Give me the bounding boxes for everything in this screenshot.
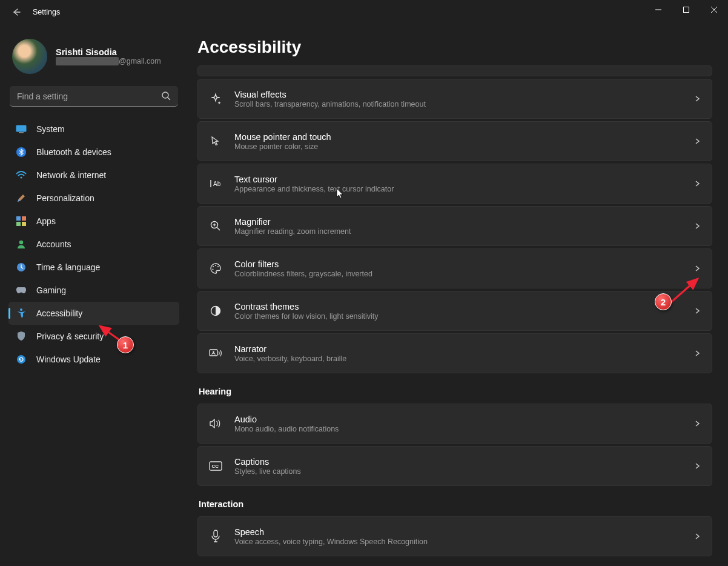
card-speech[interactable]: SpeechVoice access, voice typing, Window…	[197, 516, 712, 556]
nav-label: Accessibility	[36, 308, 82, 318]
sidebar: Srishti Sisodia xxxxxxxxxxxxxxxx@gmail.c…	[0, 24, 188, 566]
svg-point-9	[20, 176, 22, 178]
shield-icon	[16, 331, 27, 342]
svg-point-4	[162, 92, 168, 98]
nav-network[interactable]: Network & internet	[8, 164, 179, 187]
nav-label: Time & language	[36, 262, 100, 272]
chevron-right-icon	[693, 462, 701, 470]
clock-icon	[16, 262, 27, 273]
card-desc: Mouse pointer color, size	[234, 142, 693, 151]
card-captions[interactable]: CC CaptionsStyles, live captions	[197, 446, 712, 486]
svg-rect-11	[22, 216, 26, 221]
nav-accounts[interactable]: Accounts	[8, 233, 179, 256]
svg-rect-7	[19, 132, 24, 133]
card-audio[interactable]: AudioMono audio, audio notifications	[197, 404, 712, 444]
card-magnifier[interactable]: MagnifierMagnifier reading, zoom increme…	[197, 206, 712, 246]
minimize-button[interactable]	[644, 0, 672, 19]
nav-list: System Bluetooth & devices Network & int…	[8, 118, 179, 371]
display-icon	[16, 124, 27, 135]
maximize-button[interactable]	[672, 0, 700, 19]
card-narrator[interactable]: NarratorVoice, verbosity, keyboard, brai…	[197, 333, 712, 373]
card-truncated-top[interactable]	[197, 65, 712, 76]
card-title: Audio	[234, 415, 693, 424]
gamepad-icon	[16, 285, 27, 296]
svg-text:CC: CC	[212, 464, 219, 469]
card-title: Narrator	[234, 344, 693, 354]
card-desc: Scroll bars, transparency, animations, n…	[234, 100, 693, 108]
card-title: Color filters	[234, 259, 693, 269]
user-profile[interactable]: Srishti Sisodia xxxxxxxxxxxxxxxx@gmail.c…	[8, 35, 179, 86]
card-title: Speech	[234, 527, 693, 537]
nav-system[interactable]: System	[8, 118, 179, 141]
svg-point-27	[213, 269, 214, 270]
chevron-right-icon	[693, 180, 701, 187]
close-button[interactable]	[700, 0, 728, 19]
accessibility-icon	[16, 308, 27, 319]
card-title: Magnifier	[234, 217, 693, 227]
cursor-icon	[209, 135, 222, 148]
wifi-icon	[16, 170, 27, 181]
svg-point-24	[213, 266, 214, 267]
chevron-right-icon	[693, 222, 701, 230]
svg-rect-1	[684, 7, 689, 13]
annotation-badge-1: 1	[117, 336, 134, 353]
chevron-right-icon	[693, 138, 701, 145]
sparkle-icon	[209, 92, 222, 105]
card-desc: Voice access, voice typing, Windows Spee…	[234, 538, 693, 546]
nav-time-language[interactable]: Time & language	[8, 256, 179, 279]
speaker-icon	[209, 417, 222, 430]
svg-line-5	[168, 98, 170, 100]
svg-point-25	[215, 265, 216, 266]
nav-label: Privacy & security	[36, 331, 104, 341]
section-hearing: Hearing	[199, 387, 711, 396]
avatar	[12, 39, 47, 74]
apps-icon	[16, 216, 27, 227]
card-text-cursor[interactable]: Ab Text cursorAppearance and thickness, …	[197, 164, 712, 204]
page-title: Accessibility	[197, 38, 712, 57]
card-desc: Mono audio, audio notifications	[234, 425, 693, 433]
card-contrast-themes[interactable]: Contrast themesColor themes for low visi…	[197, 291, 712, 331]
svg-rect-12	[16, 222, 21, 226]
titlebar: Settings	[0, 0, 728, 24]
svg-rect-6	[16, 125, 27, 132]
back-button[interactable]	[11, 7, 22, 18]
nav-gaming[interactable]: Gaming	[8, 279, 179, 302]
nav-personalization[interactable]: Personalization	[8, 187, 179, 210]
brush-icon	[16, 193, 27, 204]
svg-point-16	[20, 308, 22, 311]
section-interaction: Interaction	[199, 499, 711, 509]
svg-point-17	[17, 355, 25, 364]
settings-list: Visual effectsScroll bars, transparency,…	[197, 65, 712, 558]
nav-label: Accounts	[36, 239, 71, 249]
contrast-icon	[209, 304, 222, 318]
search-input[interactable]	[10, 86, 178, 107]
nav-apps[interactable]: Apps	[8, 210, 179, 233]
nav-privacy[interactable]: Privacy & security	[8, 325, 179, 348]
card-title: Text cursor	[234, 175, 693, 184]
user-email: xxxxxxxxxxxxxxxx@gmail.com	[56, 57, 161, 65]
card-color-filters[interactable]: Color filtersColorblindness filters, gra…	[197, 248, 712, 288]
nav-label: Network & internet	[36, 170, 106, 180]
card-title: Contrast themes	[234, 302, 693, 311]
svg-point-14	[19, 241, 24, 245]
svg-rect-10	[16, 216, 21, 221]
card-desc: Styles, live captions	[234, 467, 693, 476]
window-title: Settings	[33, 8, 60, 16]
person-icon	[16, 239, 27, 250]
microphone-icon	[209, 530, 222, 543]
nav-bluetooth[interactable]: Bluetooth & devices	[8, 141, 179, 164]
chevron-right-icon	[693, 533, 701, 540]
svg-point-26	[217, 266, 219, 267]
card-mouse-pointer[interactable]: Mouse pointer and touchMouse pointer col…	[197, 121, 712, 161]
card-desc: Magnifier reading, zoom increment	[234, 227, 693, 236]
narrator-icon	[209, 347, 222, 360]
nav-accessibility[interactable]: Accessibility	[8, 302, 179, 325]
card-visual-effects[interactable]: Visual effectsScroll bars, transparency,…	[197, 79, 712, 119]
update-icon	[16, 354, 27, 365]
nav-label: Gaming	[36, 285, 66, 295]
svg-rect-33	[214, 530, 217, 537]
magnifier-icon	[209, 219, 222, 233]
nav-windows-update[interactable]: Windows Update	[8, 348, 179, 371]
chevron-right-icon	[693, 95, 701, 102]
card-desc: Colorblindness filters, grayscale, inver…	[234, 270, 693, 278]
